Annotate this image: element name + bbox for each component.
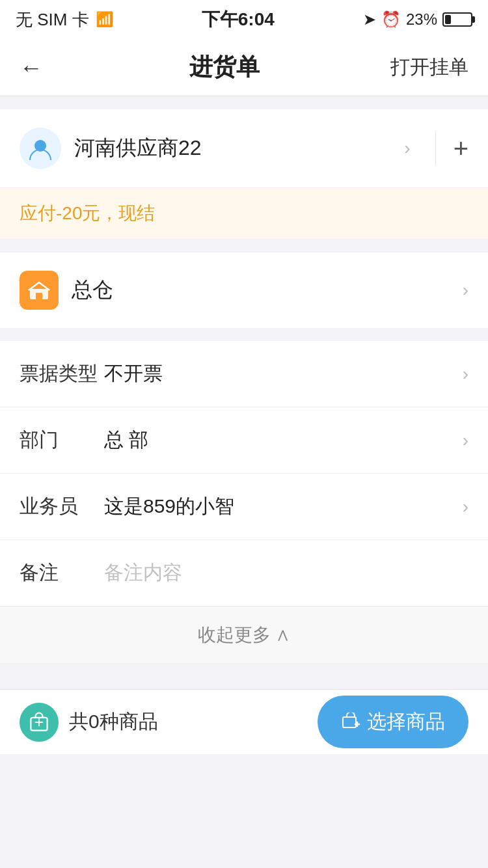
open-pending-button[interactable]: 打开挂单 <box>390 54 468 81</box>
alert-banner: 应付-20元，现结 <box>0 188 488 239</box>
status-time: 下午6:04 <box>202 7 275 32</box>
warehouse-icon <box>20 271 59 310</box>
select-goods-icon <box>341 712 360 732</box>
note-placeholder[interactable]: 备注内容 <box>98 560 468 586</box>
svg-rect-4 <box>343 717 356 727</box>
wifi-icon: 📶 <box>96 11 113 28</box>
section-gap-1 <box>0 96 488 109</box>
status-left: 无 SIM 卡 📶 <box>16 8 113 31</box>
invoice-row[interactable]: 票据类型 不开票 › <box>0 341 488 407</box>
warehouse-chevron-icon: › <box>463 280 468 301</box>
note-row[interactable]: 备注 备注内容 <box>0 540 488 606</box>
invoice-chevron-icon: › <box>463 364 468 385</box>
supplier-card: 河南供应商22 › + 应付-20元，现结 <box>0 109 488 239</box>
department-label: 部门 <box>20 427 98 454</box>
supplier-name: 河南供应商22 <box>74 134 404 163</box>
invoice-label: 票据类型 <box>20 360 98 387</box>
warehouse-row[interactable]: 总仓 › <box>0 252 488 328</box>
add-supplier-button[interactable]: + <box>454 134 468 163</box>
status-right: ➤ ⏰ 23% <box>363 10 472 29</box>
divider <box>435 132 436 165</box>
warehouse-card: 总仓 › <box>0 252 488 328</box>
goods-icon <box>20 703 59 742</box>
bottom-bar: 共0种商品 选择商品 <box>0 689 488 754</box>
svg-rect-2 <box>36 293 42 299</box>
department-chevron-icon: › <box>463 430 468 451</box>
department-value: 总 部 <box>98 427 463 454</box>
form-card: 票据类型 不开票 › 部门 总 部 › 业务员 这是859的小智 › 备注 备注… <box>0 341 488 663</box>
salesperson-label: 业务员 <box>20 493 98 520</box>
battery-percent: 23% <box>406 10 437 29</box>
note-label: 备注 <box>20 560 98 586</box>
alarm-icon: ⏰ <box>381 10 401 29</box>
supplier-avatar <box>20 128 61 169</box>
battery-icon <box>442 12 472 27</box>
goods-count: 共0种商品 <box>69 709 318 735</box>
page-title: 进货单 <box>189 51 260 83</box>
collapse-button[interactable]: 收起更多 ∧ <box>0 606 488 663</box>
select-goods-button[interactable]: 选择商品 <box>318 696 468 748</box>
status-bar: 无 SIM 卡 📶 下午6:04 ➤ ⏰ 23% <box>0 0 488 39</box>
department-row[interactable]: 部门 总 部 › <box>0 407 488 474</box>
salesperson-value: 这是859的小智 <box>98 493 463 520</box>
invoice-value: 不开票 <box>98 360 463 387</box>
warehouse-label: 总仓 <box>72 276 463 305</box>
section-gap-3 <box>0 328 488 341</box>
carrier-text: 无 SIM 卡 <box>16 8 89 31</box>
salesperson-row[interactable]: 业务员 这是859的小智 › <box>0 474 488 540</box>
nav-bar: ← 进货单 打开挂单 <box>0 39 488 96</box>
supplier-chevron-icon: › <box>404 138 410 159</box>
section-gap-4 <box>0 663 488 676</box>
back-button[interactable]: ← <box>20 54 59 81</box>
supplier-row[interactable]: 河南供应商22 › + <box>0 109 488 188</box>
section-gap-2 <box>0 239 488 252</box>
location-icon: ➤ <box>363 10 376 29</box>
salesperson-chevron-icon: › <box>463 496 468 517</box>
select-goods-label: 选择商品 <box>367 709 445 735</box>
